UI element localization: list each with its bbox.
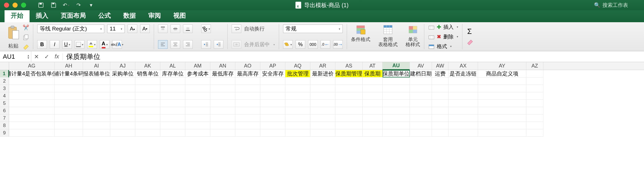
qat-more-icon[interactable]: ▾ [88,2,94,9]
col-header-AR[interactable]: AR [310,62,335,70]
cell-AW4[interactable] [432,92,448,100]
increase-indent-icon[interactable] [214,40,223,49]
cell-AG6[interactable] [9,107,55,114]
cell-AH3[interactable] [55,85,83,92]
font-size-combo[interactable]: ▾ [107,24,125,33]
cell-AI3[interactable] [83,85,110,92]
cell-AM8[interactable] [185,122,210,129]
col-header-AM[interactable]: AM [185,62,210,70]
cell-AO8[interactable] [235,122,260,129]
col-header-AS[interactable]: AS [335,62,363,70]
cell-AQ3[interactable] [285,85,310,92]
cell-AL1[interactable]: 库存单位 [160,70,185,77]
cell-AW3[interactable] [432,85,448,92]
cell-AJ1[interactable]: 采购单位 [110,70,135,77]
cell-AG9[interactable] [9,129,55,137]
col-header-AH[interactable]: AH [55,62,83,70]
tab-数据[interactable]: 数据 [117,9,142,22]
increase-font-icon[interactable]: A▴ [128,24,137,33]
enter-formula-icon[interactable]: ✓ [41,53,52,60]
cell-AT2[interactable] [363,77,383,85]
format-cells-button[interactable]: 格式▾ [428,43,458,50]
cell-AZ2[interactable] [526,77,543,85]
cell-AI5[interactable] [83,100,110,107]
cell-AY7[interactable] [478,114,526,122]
cell-AT9[interactable] [363,129,383,137]
cell-AN3[interactable] [210,85,235,92]
cell-AN8[interactable] [210,122,235,129]
row-header-8[interactable]: 8 [0,122,9,129]
underline-button[interactable]: U▾ [62,40,72,49]
col-header-AJ[interactable]: AJ [110,62,135,70]
cell-AS9[interactable] [335,129,363,137]
cell-AL4[interactable] [160,92,185,100]
font-name-combo[interactable]: ▾ [37,24,104,33]
cell-AH6[interactable] [55,107,83,114]
cell-AZ3[interactable] [526,85,543,92]
col-header-AP[interactable]: AP [260,62,285,70]
cell-AX1[interactable]: 是否走冻链 [448,70,478,77]
col-header-AQ[interactable]: AQ [285,62,310,70]
cell-AO5[interactable] [235,100,260,107]
cell-AM6[interactable] [185,107,210,114]
cell-AY8[interactable] [478,122,526,129]
cell-AR7[interactable] [310,114,335,122]
cell-AV7[interactable] [410,114,432,122]
cell-AL3[interactable] [160,85,185,92]
cell-AK6[interactable] [135,107,160,114]
row-header-3[interactable]: 3 [0,85,9,92]
cell-AK2[interactable] [135,77,160,85]
cell-AM2[interactable] [185,77,210,85]
cell-AU7[interactable] [383,114,410,122]
name-box[interactable]: AU1 ▴▾ [0,51,31,62]
row-header-7[interactable]: 7 [0,114,9,122]
cell-AI6[interactable] [83,107,110,114]
cell-AG4[interactable] [9,92,55,100]
cell-AX7[interactable] [448,114,478,122]
cell-AP1[interactable]: 安全库存 [260,70,285,77]
cell-AU6[interactable] [383,107,410,114]
cell-AN2[interactable] [210,77,235,85]
cell-AZ1[interactable] [526,70,543,77]
select-all-corner[interactable] [0,62,9,70]
cell-AN4[interactable] [210,92,235,100]
cell-AR5[interactable] [310,100,335,107]
cell-AH7[interactable] [55,114,83,122]
cut-icon[interactable]: ✂️ [23,24,29,31]
cell-AX5[interactable] [448,100,478,107]
cell-AX4[interactable] [448,92,478,100]
cell-AM4[interactable] [185,92,210,100]
cell-AP6[interactable] [260,107,285,114]
cell-AV9[interactable] [410,129,432,137]
cell-AN1[interactable]: 最低库存 [210,70,235,77]
number-format-combo[interactable]: ▾ [283,24,343,33]
cell-AP2[interactable] [260,77,285,85]
cell-AV1[interactable]: 建档日期 [410,70,432,77]
row-header-5[interactable]: 5 [0,100,9,107]
cell-AP5[interactable] [260,100,285,107]
col-header-AU[interactable]: AU [383,62,410,70]
cell-AM5[interactable] [185,100,210,107]
cell-AQ2[interactable] [285,77,310,85]
cell-AL8[interactable] [160,122,185,129]
cell-AQ6[interactable] [285,107,310,114]
cell-AR4[interactable] [310,92,335,100]
cell-AJ2[interactable] [110,77,135,85]
cell-AH2[interactable] [55,77,83,85]
cell-AL5[interactable] [160,100,185,107]
cell-AR9[interactable] [310,129,335,137]
italic-button[interactable]: I [50,40,59,49]
cell-AI2[interactable] [83,77,110,85]
increase-decimal-icon[interactable]: .0← [321,40,330,49]
insert-cells-button[interactable]: ✚插入▾ [428,24,458,30]
tab-页面布局[interactable]: 页面布局 [55,9,92,22]
cancel-formula-icon[interactable]: ✕ [31,53,41,60]
conditional-format-button[interactable]: 条件格式 [351,24,370,42]
cell-AW5[interactable] [432,100,448,107]
cell-AS1[interactable]: 保质期管理 [335,70,363,77]
cell-AY9[interactable] [478,129,526,137]
cell-AO2[interactable] [235,77,260,85]
delete-cells-button[interactable]: ✖删除▾ [428,33,458,40]
cell-AR8[interactable] [310,122,335,129]
cell-AI9[interactable] [83,129,110,137]
